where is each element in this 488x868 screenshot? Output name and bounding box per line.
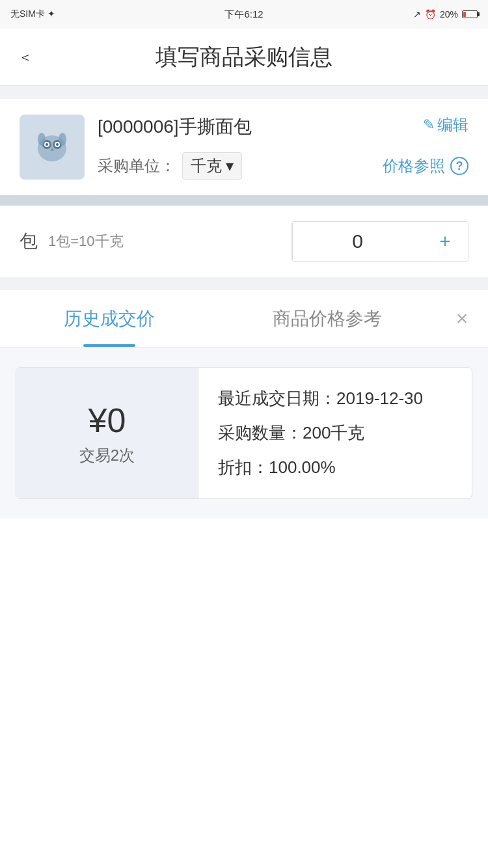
alarm-icon: ⏰ xyxy=(425,9,436,20)
status-left: 无SIM卡 ✦ xyxy=(10,8,55,20)
price-ref-label: 价格参照 xyxy=(383,156,445,176)
quantity-row: 包 1包=10千克 + xyxy=(0,206,488,277)
quantity-detail-value: 200千克 xyxy=(303,423,364,442)
panel-close-button[interactable]: × xyxy=(436,306,488,331)
price-reference-panel: 历史成交价 商品价格参考 × ¥0 交易2次 最近成交日期：2019-12-30… xyxy=(0,290,488,868)
status-bar: 无SIM卡 ✦ 下午6:12 ↗ ⏰ 20% xyxy=(0,0,488,29)
battery-icon xyxy=(462,10,478,18)
tab-history-price[interactable]: 历史成交价 xyxy=(0,290,218,347)
help-icon: ? xyxy=(450,157,468,175)
back-button[interactable]: ＜ xyxy=(13,42,38,72)
status-right: ↗ ⏰ 20% xyxy=(413,9,478,20)
history-price-section: ¥0 交易2次 xyxy=(16,368,198,498)
unit-prefix: 采购单位： xyxy=(98,156,176,176)
history-details-section: 最近成交日期：2019-12-30 采购数量：200千克 折扣：100.00% xyxy=(198,368,472,498)
svg-point-9 xyxy=(59,133,66,146)
quantity-input[interactable] xyxy=(292,222,422,261)
tab-product-price-ref-label: 商品价格参考 xyxy=(273,306,382,331)
svg-point-5 xyxy=(46,143,48,146)
history-price-value: ¥0 xyxy=(88,401,126,440)
recent-date-value: 2019-12-30 xyxy=(336,388,423,408)
unit-value: 千克 xyxy=(191,156,222,176)
history-quantity: 采购数量：200千克 xyxy=(218,420,452,446)
history-card: ¥0 交易2次 最近成交日期：2019-12-30 采购数量：200千克 折扣：… xyxy=(16,367,472,499)
tab-history-price-label: 历史成交价 xyxy=(64,306,155,331)
product-card: [0000006]手撕面包 ✎ 编辑 采购单位： 千克 ▾ 价格参照 xyxy=(0,99,488,195)
quantity-unit-desc: 1包=10千克 xyxy=(48,232,124,251)
product-unit-row: 采购单位： 千克 ▾ 价格参照 ? xyxy=(98,152,468,180)
quantity-controls: + xyxy=(291,221,468,262)
nav-bar: ＜ 填写商品采购信息 xyxy=(0,29,488,86)
edit-button[interactable]: ✎ 编辑 xyxy=(423,115,468,135)
bottom-area xyxy=(0,519,488,868)
history-discount: 折扣：100.00% xyxy=(218,455,452,480)
battery-percent: 20% xyxy=(440,9,458,20)
unit-select[interactable]: 千克 ▾ xyxy=(182,152,242,180)
location-icon: ↗ xyxy=(413,9,421,20)
product-row: [0000006]手撕面包 ✎ 编辑 采购单位： 千克 ▾ 价格参照 xyxy=(20,115,468,180)
quantity-detail-label: 采购数量： xyxy=(218,423,303,442)
svg-point-6 xyxy=(56,143,59,146)
quantity-unit-icon: 包 xyxy=(20,229,38,254)
discount-value: 100.00% xyxy=(269,457,336,477)
status-time: 下午6:12 xyxy=(224,8,263,21)
svg-point-8 xyxy=(38,133,46,146)
product-header: [0000006]手撕面包 ✎ 编辑 xyxy=(98,115,468,139)
quantity-plus-button[interactable]: + xyxy=(422,222,468,261)
edit-label: 编辑 xyxy=(437,115,468,135)
edit-icon: ✎ xyxy=(423,116,435,133)
product-image xyxy=(20,115,85,180)
discount-label: 折扣： xyxy=(218,457,269,477)
recent-date-label: 最近成交日期： xyxy=(218,388,336,408)
history-trades-count: 交易2次 xyxy=(79,445,135,466)
chevron-down-icon: ▾ xyxy=(226,157,234,175)
price-ref-button[interactable]: 价格参照 ? xyxy=(383,156,468,176)
quantity-label: 包 1包=10千克 xyxy=(20,229,124,254)
history-recent-date: 最近成交日期：2019-12-30 xyxy=(218,386,452,411)
unit-label: 采购单位： 千克 ▾ xyxy=(98,152,242,180)
product-info: [0000006]手撕面包 ✎ 编辑 采购单位： 千克 ▾ 价格参照 xyxy=(98,115,468,180)
sim-text: 无SIM卡 ✦ xyxy=(10,8,55,20)
product-name: [0000006]手撕面包 xyxy=(98,115,252,139)
gray-divider xyxy=(0,195,488,206)
panel-tabs: 历史成交价 商品价格参考 × xyxy=(0,290,488,347)
page-title: 填写商品采购信息 xyxy=(156,42,332,72)
tab-product-price-ref[interactable]: 商品价格参考 xyxy=(218,290,436,347)
